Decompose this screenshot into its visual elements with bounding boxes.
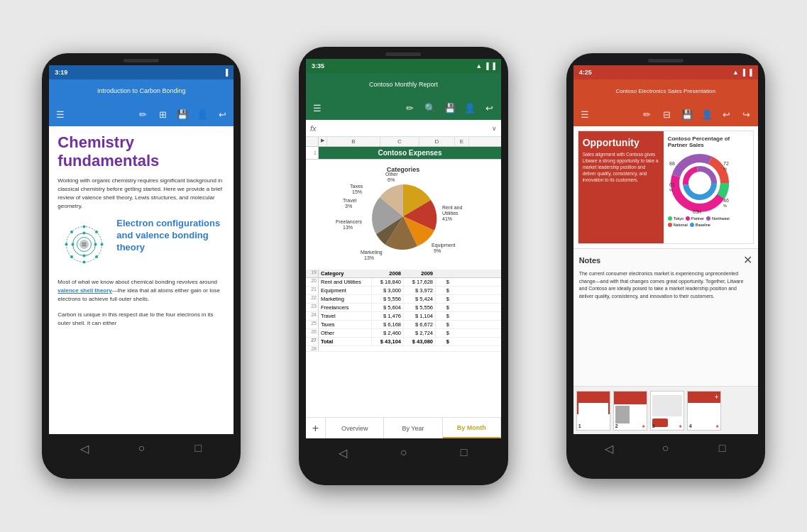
svg-text:13%: 13% [364,255,374,260]
excel-status-bar: 3:35 ▲ ▐ ▐ [306,59,501,73]
slide-content-left: Opportunity Sales alignment with Contoso… [578,131,664,243]
excel-time: 3:35 [312,62,324,70]
word-bottom-nav: ◁ ○ □ [42,434,241,462]
excel-search-icon[interactable]: 🔍 [423,101,437,115]
excel-bottom-nav: ◁ ○ □ [299,438,508,467]
word-share-icon[interactable]: 👤 [195,107,209,121]
excel-share-icon[interactable]: 👤 [463,101,477,115]
excel-doc-title: Contoso Monthly Report [369,81,438,88]
legend-tokyo: Tokyo [668,216,684,221]
word-title-bar: Introduction to Carbon Bonding [49,79,234,102]
word-menu-icon[interactable]: ☰ [53,107,67,121]
ppt-back-button[interactable]: ◁ [602,441,616,455]
tab-by-month[interactable]: By Month [443,418,501,438]
home-button[interactable]: ○ [134,441,148,455]
notes-close-button[interactable]: ✕ [743,253,752,267]
excel-pen-icon[interactable]: ✏ [403,101,417,115]
merged-header: Contoso Expenses [319,147,501,159]
excel-data-rows: 19 Category 2008 2009 20 Rent and Utilit… [306,270,501,417]
battery-icon: ▐ [491,62,495,70]
col-c-header: C [380,137,419,146]
legend-baseline: Baseline [690,223,710,227]
col-b-header: B [327,137,380,146]
svg-text:13%: 13% [343,225,353,230]
word-content: Chemistry fundamentals Working with orga… [49,126,234,434]
notes-title: Notes [579,256,601,265]
word-battery-icon: ▐ [224,69,228,76]
legend-northwest: Northwest [706,216,730,221]
ppt-pen-icon[interactable]: ✏ [640,107,654,121]
thumb-3[interactable]: 3 ★ [650,391,684,431]
header-2009: 2009 [404,270,436,277]
excel-recent-button[interactable]: □ [456,445,471,460]
formula-arrow: ∨ [492,125,497,132]
legend-national-label: National [674,223,688,227]
svg-text:%: % [723,167,728,171]
svg-text:Taxes: Taxes [350,184,363,189]
svg-point-17 [70,255,73,258]
excel-back-button[interactable]: ◁ [336,445,350,460]
atom-diagram [57,218,111,271]
legend-partner: Partner [686,216,704,221]
ppt-share-icon[interactable]: 👤 [700,107,714,121]
back-button[interactable]: ◁ [77,441,92,455]
svg-point-18 [95,255,98,258]
excel-toolbar: ☰ ✏ 🔍 💾 👤 ↩ [306,96,501,120]
header-category: Category [319,270,372,277]
ppt-menu-icon[interactable]: ☰ [578,107,592,121]
svg-text:Equipment: Equipment [432,243,456,248]
ppt-undo-icon[interactable]: ↩ [720,107,734,121]
excel-home-button[interactable]: ○ [396,445,410,460]
svg-text:15%: 15% [352,189,362,194]
word-save-icon[interactable]: 💾 [175,107,190,121]
tab-by-year[interactable]: By Year [384,418,442,438]
slide-title: Opportunity [583,137,659,148]
svg-text:46: 46 [723,198,729,203]
slide-chart-title: Contoso Percentage of Partner Sales [668,135,749,148]
ppt-recent-button[interactable]: □ [715,441,730,455]
tab-overview[interactable]: Overview [326,418,384,438]
svg-point-13 [83,260,86,263]
thumb-1[interactable]: 1 [576,391,610,431]
word-body3: Carbon is unique in this respect due to … [57,311,225,328]
add-sheet-button[interactable]: + [306,418,326,438]
excel-save-icon[interactable]: 💾 [443,101,457,115]
ppt-doc-title: Contoso Electronics Sales Presentation [615,88,715,94]
phone-excel: 3:35 ▲ ▐ ▐ Contoso Monthly Report ☰ ✏ 🔍 … [299,47,508,485]
excel-status-icons: ▲ ▐ ▐ [476,62,495,70]
ppt-save-icon[interactable]: 💾 [680,107,694,121]
excel-undo-icon[interactable]: ↩ [483,101,497,115]
word-link[interactable]: valence shell theory [57,287,111,294]
excel-menu-icon[interactable]: ☰ [310,101,324,115]
scene: 3:19 ▐ Introduction to Carbon Bonding ☰ … [13,11,794,521]
word-toolbar: ☰ ✏ ⊞ 💾 👤 ↩ [49,102,234,126]
svg-point-43 [693,176,707,190]
svg-text:41%: 41% [442,216,452,221]
word-status-bar: 3:19 ▐ [49,65,234,79]
svg-point-7 [83,231,86,234]
ppt-home-button[interactable]: ○ [659,441,673,455]
slide-content-right: Contoso Percentage of Partner Sales [664,131,753,243]
ppt-layout-icon[interactable]: ⊟ [660,107,674,121]
legend-partner-label: Partner [691,216,704,221]
word-time: 3:19 [55,69,67,76]
phone-word: 3:19 ▐ Introduction to Carbon Bonding ☰ … [42,53,241,479]
word-pen-icon[interactable]: ✏ [136,107,150,121]
word-body1: Working with organic chemistry requires … [57,177,225,211]
svg-point-1 [80,240,89,248]
header-2008: 2008 [372,270,404,277]
pie-chart: Categories [332,163,474,266]
wifi-icon: ▲ [476,62,482,70]
thumb-4[interactable]: 4 ★ + [687,391,721,431]
thumb-2[interactable]: 2 ★ [613,391,647,431]
svg-text:Rent and: Rent and [442,205,463,210]
word-undo-icon[interactable]: ↩ [215,107,229,121]
svg-text:61: 61 [669,182,675,187]
svg-text:Marketing: Marketing [361,250,383,255]
svg-text:3%: 3% [345,204,352,209]
word-format-icon[interactable]: ⊞ [155,107,170,121]
row-1: 1 [306,147,319,159]
excel-tab-bar: + Overview By Year By Month [306,417,501,438]
recent-button[interactable]: □ [191,441,205,455]
ppt-redo-icon[interactable]: ↪ [740,107,754,121]
